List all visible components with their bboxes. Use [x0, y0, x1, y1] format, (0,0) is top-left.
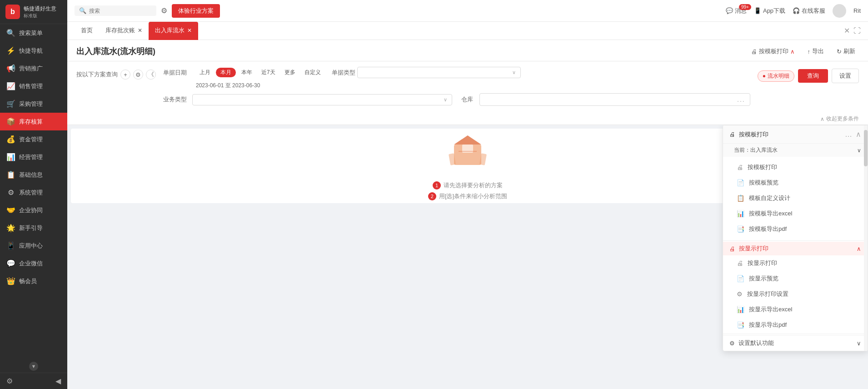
- active-filter-tag[interactable]: ● 流水明细: [758, 70, 794, 82]
- tip2-num: 2: [428, 192, 436, 200]
- doc-type-select[interactable]: ∨: [357, 67, 521, 78]
- query-settings-btn[interactable]: 设置: [832, 69, 859, 83]
- filter-add-btn[interactable]: +: [120, 70, 130, 80]
- query-btn[interactable]: 查询: [798, 69, 828, 83]
- tab-batch-account[interactable]: 库存批次账 ✕: [99, 22, 149, 40]
- sidebar-item-purchase[interactable]: 🛒 采购管理: [0, 95, 67, 113]
- filter-settings-btn[interactable]: ⚙: [133, 70, 143, 80]
- trial-btn[interactable]: 体验行业方案: [172, 4, 220, 18]
- filter-collapse-btn[interactable]: 《: [146, 70, 156, 80]
- dropdown-dots-icon[interactable]: …: [845, 130, 852, 139]
- refresh-btn[interactable]: ↻ 刷新: [833, 45, 859, 57]
- sidebar-item-finance[interactable]: 💰 资金管理: [0, 130, 67, 148]
- page-header: 出入库流水(流水明细) 🖨 按模板打印 ∧ ↑ 导出 ↻ 刷新: [67, 40, 868, 61]
- dropdown-display-section: 🖨 按显示打印 ∧ 🖨 按显示打印 📄 按显示预览 ⚙: [723, 242, 868, 333]
- sidebar-item-vip[interactable]: 👑 畅会员: [0, 272, 67, 290]
- date-tab-current-year[interactable]: 本年: [238, 68, 256, 77]
- basic-info-icon: 📋: [6, 170, 15, 179]
- user-name: Rit: [853, 7, 861, 14]
- print-btn[interactable]: 🖨 按模板打印 ∧: [748, 45, 798, 57]
- date-label: 单据日期: [163, 69, 189, 77]
- sidebar: b 畅捷通好生意 标准版 🔍 搜索菜单 ⚡ 快捷导航 📢 营销推广 📈 销售管理…: [0, 0, 67, 389]
- dropdown-item-display-print[interactable]: 🖨 按显示打印: [723, 255, 868, 271]
- dropdown-header: 🖨 按模板打印 … ∧: [723, 125, 868, 144]
- dropdown-item-template-excel[interactable]: 📊 按模板导出excel: [723, 206, 868, 221]
- dropdown-item-template-custom[interactable]: 📋 模板自定义设计: [723, 190, 868, 206]
- topbar-search-input[interactable]: [89, 8, 144, 14]
- dropdown-collapse-icon[interactable]: ∧: [856, 130, 861, 139]
- dropdown-item-display-preview[interactable]: 📄 按显示预览: [723, 271, 868, 286]
- display-section-header[interactable]: 🖨 按显示打印 ∧: [723, 242, 868, 255]
- chevron-up-icon: ∧: [790, 48, 795, 55]
- tab-expand-btn[interactable]: ⛶: [853, 27, 861, 35]
- dropdown-item-template-print[interactable]: 🖨 按模板打印: [723, 160, 868, 175]
- collapse-btn[interactable]: ∧ 收起更多条件: [76, 111, 859, 123]
- dropdown-printer-icon: 🖨: [729, 131, 735, 138]
- display-print-icon: 🖨: [737, 259, 743, 267]
- sidebar-item-wechat[interactable]: 💬 企业微信: [0, 254, 67, 272]
- sidebar-item-basic-info[interactable]: 📋 基础信息: [0, 166, 67, 184]
- sidebar-item-system[interactable]: ⚙ 系统管理: [0, 184, 67, 201]
- date-tab-more[interactable]: 更多: [281, 68, 299, 77]
- app-download-btn[interactable]: 📱 App下载: [754, 7, 785, 15]
- biz-type-select[interactable]: ∨: [192, 94, 452, 105]
- date-tab-last-month[interactable]: 上月: [196, 68, 214, 77]
- search-nav-icon: 🔍: [6, 29, 15, 37]
- scroll-down-btn[interactable]: ▼: [0, 360, 67, 373]
- date-tab-custom[interactable]: 自定义: [301, 68, 324, 77]
- apps-icon: 📱: [6, 241, 15, 250]
- display-preview-icon: 📄: [737, 275, 744, 282]
- dropdown-item-display-pdf[interactable]: 📑 按显示导出pdf: [723, 317, 868, 333]
- date-tab-current-month[interactable]: 本月: [216, 68, 236, 77]
- dropdown-current-label[interactable]: 当前：出入库流水 ∨: [723, 144, 868, 157]
- sidebar-item-inventory[interactable]: 📦 库存核算: [0, 113, 67, 130]
- display-print-header-icon: 🖨: [729, 245, 735, 252]
- sales-icon: 📈: [6, 82, 15, 90]
- sidebar-settings-icon[interactable]: ⚙: [6, 377, 13, 385]
- sidebar-nav: 🔍 搜索菜单 ⚡ 快捷导航 📢 营销推广 📈 销售管理 🛒 采购管理 📦 库存核…: [0, 24, 67, 360]
- user-avatar[interactable]: [833, 4, 846, 18]
- page-title: 出入库流水(流水明细): [76, 46, 155, 57]
- sidebar-item-beginner[interactable]: 🌟 新手引导: [0, 219, 67, 237]
- tab-close-all-btn[interactable]: ✕: [844, 26, 850, 35]
- footer-chevron: ∨: [857, 340, 861, 347]
- sidebar-item-operations[interactable]: 📊 经营管理: [0, 148, 67, 166]
- tab-inventory-flow[interactable]: 出入库流水 ✕: [149, 22, 198, 40]
- message-btn[interactable]: 💬 消息 99+: [726, 7, 747, 15]
- tab-home[interactable]: 首页: [75, 22, 99, 40]
- tab-close-batch[interactable]: ✕: [138, 27, 142, 34]
- topbar: 🔍 ⚙ 体验行业方案 💬 消息 99+ 📱 App下载 🎧 在线客服 Rit: [67, 0, 868, 22]
- filter-label: 按以下方案查询: [76, 70, 118, 79]
- sidebar-item-apps[interactable]: 📱 应用中心: [0, 237, 67, 254]
- dropdown-header-actions: … ∧: [845, 130, 861, 139]
- warehouse-select[interactable]: ...: [479, 93, 750, 106]
- dropdown-footer[interactable]: ⚙ 设置默认功能 ∨: [723, 335, 868, 351]
- sidebar-item-search[interactable]: 🔍 搜索菜单: [0, 24, 67, 42]
- content-area: 1 请先选择要分析的方案 2 用[选]条件来缩小分析范围 🖨 按模板打印: [67, 125, 868, 389]
- dropdown-item-display-excel[interactable]: 📊 按显示导出excel: [723, 302, 868, 317]
- dropdown-item-template-preview[interactable]: 📄 按模板预览: [723, 175, 868, 190]
- dropdown-scrollbar[interactable]: [864, 125, 868, 351]
- empty-tip-1: 1 请先选择要分析的方案: [433, 181, 503, 190]
- tab-close-flow[interactable]: ✕: [187, 27, 192, 34]
- sidebar-item-sales[interactable]: 📈 销售管理: [0, 77, 67, 95]
- dropdown-item-template-pdf[interactable]: 📑 按模板导出pdf: [723, 221, 868, 237]
- refresh-icon: ↻: [837, 48, 842, 55]
- online-service-btn[interactable]: 🎧 在线客服: [793, 7, 825, 15]
- enterprise-icon: 🤝: [6, 206, 15, 214]
- sidebar-item-enterprise[interactable]: 🤝 企业协同: [0, 201, 67, 219]
- export-btn[interactable]: ↑ 导出: [804, 45, 828, 57]
- topbar-search-box[interactable]: 🔍: [75, 5, 156, 16]
- sidebar-item-marketing[interactable]: 📢 营销推广: [0, 60, 67, 77]
- warehouse-more: ...: [737, 96, 745, 103]
- print-dropdown-panel: 🖨 按模板打印 … ∧ 当前：出入库流水 ∨ 🖨: [723, 125, 868, 351]
- dropdown-title: 🖨 按模板打印: [729, 130, 768, 139]
- finance-icon: 💰: [6, 135, 15, 144]
- topbar-settings-icon[interactable]: ⚙: [161, 6, 167, 15]
- display-excel-icon: 📊: [737, 306, 744, 313]
- dropdown-template-section: 🖨 按模板打印 📄 按模板预览 📋 模板自定义设计 📊 按模板导出excel: [723, 157, 868, 239]
- dropdown-item-display-settings[interactable]: ⚙ 按显示打印设置: [723, 286, 868, 302]
- sidebar-item-quick-nav[interactable]: ⚡ 快捷导航: [0, 42, 67, 60]
- sidebar-fold-icon[interactable]: ◀: [55, 377, 61, 385]
- date-tab-7days[interactable]: 近7天: [258, 68, 279, 77]
